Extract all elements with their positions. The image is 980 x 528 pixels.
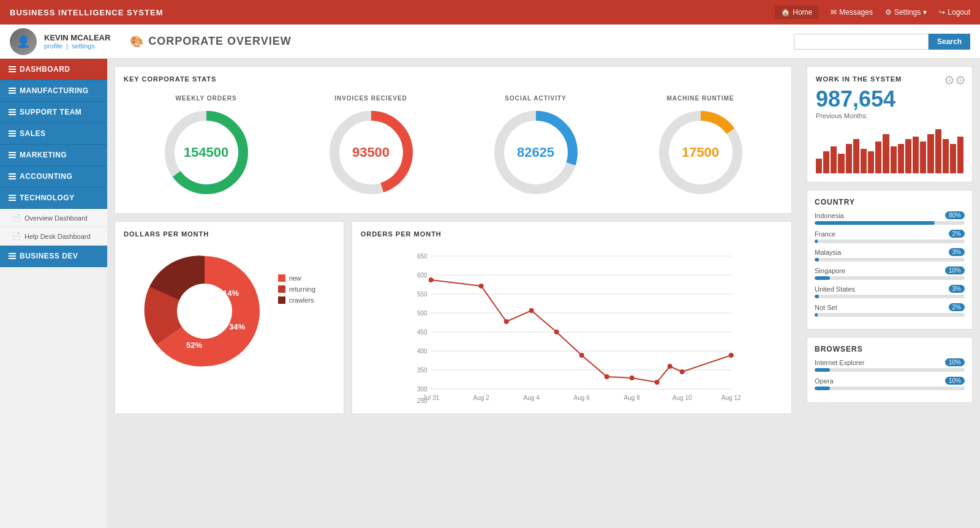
- mini-bar: [883, 134, 889, 173]
- menu-icon: [9, 130, 16, 137]
- country-name: United States: [815, 285, 855, 293]
- sidebar-item-accounting[interactable]: Accounting: [0, 166, 107, 187]
- progress-fill: [815, 387, 830, 390]
- mini-bar: [898, 144, 904, 173]
- svg-text:350: 350: [417, 367, 428, 374]
- user-links: profile | settings: [44, 42, 110, 50]
- svg-text:400: 400: [417, 348, 428, 355]
- browser-item: Internet Explorer 10%: [815, 358, 965, 372]
- profile-link[interactable]: profile: [44, 42, 62, 50]
- svg-point-47: [728, 353, 733, 358]
- nav-logout[interactable]: ↪ Logout: [939, 8, 970, 17]
- mini-bar: [831, 146, 837, 173]
- svg-text:Jul 31: Jul 31: [423, 394, 439, 401]
- pie-chart: 14% 34% 52%: [143, 250, 266, 372]
- mini-bar: [875, 141, 881, 173]
- country-name: Not Set: [815, 304, 837, 311]
- main-content: KEY CORPORATE STATS WEEKLY ORDERS 154500: [107, 59, 799, 528]
- mini-bar: [927, 134, 933, 173]
- nav-messages[interactable]: ✉ Messages: [831, 8, 873, 17]
- header-left: 👤 KEVIN MCALEAR profile | settings 🎨 COR…: [10, 28, 292, 55]
- legend-returning: returning: [278, 285, 315, 293]
- country-item: United States 3%: [815, 285, 965, 298]
- bottom-row: DOLLARS PER MONTH 14% 34% 5: [115, 221, 792, 414]
- mini-bar: [905, 139, 911, 173]
- sidebar-item-sales[interactable]: Sales: [0, 123, 107, 145]
- nav-home[interactable]: 🏠 Home: [775, 6, 818, 19]
- menu-icon: [9, 195, 16, 201]
- legend-label-new: new: [289, 274, 301, 282]
- work-system-prev-label: Previous Months:: [816, 112, 963, 119]
- svg-point-45: [667, 364, 672, 369]
- donut-social: SOCIAL ACTIVITY 82625: [490, 95, 582, 198]
- progress-fill: [815, 368, 830, 372]
- page-title: CORPORATE OVERVIEW: [148, 35, 291, 48]
- work-system-number: 987,654: [816, 86, 963, 112]
- header: 👤 KEVIN MCALEAR profile | settings 🎨 COR…: [0, 25, 980, 59]
- main-layout: Dashboard Manufacturing Support Team Sal…: [0, 59, 980, 528]
- legend-label-crawlers: crawlers: [289, 296, 314, 304]
- svg-point-40: [554, 330, 559, 334]
- mini-bar: [913, 137, 919, 173]
- pie-legend: new returning crawlers: [278, 274, 315, 304]
- sidebar-sub-overview[interactable]: 📄 Overview Dashboard: [0, 209, 107, 227]
- progress-track: [815, 221, 965, 225]
- gear-icon[interactable]: ⚙⚙: [944, 73, 966, 88]
- sidebar-item-support-team[interactable]: Support Team: [0, 102, 107, 123]
- browsers-title: BROWSERS: [815, 345, 965, 353]
- key-stats-card: KEY CORPORATE STATS WEEKLY ORDERS 154500: [115, 66, 792, 214]
- search-button[interactable]: Search: [929, 34, 970, 50]
- sidebar-item-marketing[interactable]: Marketing: [0, 145, 107, 166]
- mini-bar: [838, 154, 844, 173]
- donuts-row: WEEKLY ORDERS 154500 INVOICES RECIEVED: [124, 89, 783, 205]
- progress-track: [815, 387, 965, 390]
- settings-icon: ⚙: [885, 8, 892, 17]
- logout-icon: ↪: [939, 8, 945, 17]
- progress-fill: [815, 258, 819, 262]
- mini-bar: [846, 144, 852, 173]
- sidebar-item-manufacturing[interactable]: Manufacturing: [0, 80, 107, 102]
- mini-bar: [957, 137, 963, 173]
- svg-point-43: [629, 375, 634, 380]
- mini-bar: [950, 144, 956, 173]
- svg-point-36: [428, 277, 433, 282]
- mini-bar: [935, 129, 941, 173]
- mini-bar: [816, 159, 822, 173]
- menu-icon: [9, 88, 16, 94]
- svg-text:34%: 34%: [229, 322, 245, 331]
- dollars-title: DOLLARS PER MONTH: [124, 230, 335, 238]
- mini-bar-chart: [816, 124, 963, 173]
- progress-fill: [815, 276, 830, 280]
- browsers-card: BROWSERS Internet Explorer 10% Opera 10%: [807, 337, 973, 403]
- svg-text:Aug 2: Aug 2: [473, 394, 489, 401]
- sidebar-sub-helpdesk[interactable]: 📄 Help Desk Dashboard: [0, 227, 107, 246]
- progress-fill: [815, 295, 819, 298]
- top-navigation: BUSINESS INTELLIGENCE SYSTEM 🏠 Home ✉ Me…: [0, 0, 980, 25]
- stats-title: KEY CORPORATE STATS: [124, 75, 783, 83]
- svg-text:550: 550: [417, 291, 428, 298]
- svg-text:650: 650: [417, 253, 428, 260]
- svg-point-42: [604, 374, 609, 379]
- donut-label-invoices: INVOICES RECIEVED: [334, 95, 407, 102]
- sidebar: Dashboard Manufacturing Support Team Sal…: [0, 59, 107, 528]
- sidebar-item-dashboard[interactable]: Dashboard: [0, 59, 107, 80]
- orders-line-chart: 650 600 550 500 450 400 350 300 250 Jul …: [361, 244, 783, 405]
- sidebar-item-business-dev[interactable]: Business Dev: [0, 246, 107, 267]
- settings-link[interactable]: settings: [72, 42, 95, 50]
- donut-value-weekly: 154500: [184, 145, 228, 160]
- work-system-card: WORK IN THE SYSTEM ⚙⚙ 987,654 Previous M…: [807, 66, 973, 183]
- country-name: France: [815, 230, 835, 238]
- progress-track: [815, 258, 965, 262]
- country-item: Indonesia 80%: [815, 211, 965, 225]
- svg-text:Aug 4: Aug 4: [523, 394, 540, 401]
- work-system-title: WORK IN THE SYSTEM: [816, 75, 963, 83]
- search-input[interactable]: [794, 34, 929, 50]
- country-item: Malaysia 3%: [815, 248, 965, 262]
- dashboard-icon: 🎨: [130, 35, 143, 48]
- sidebar-item-technology[interactable]: Technology: [0, 187, 107, 209]
- nav-settings[interactable]: ⚙ Settings ▾: [885, 8, 927, 17]
- progress-track: [815, 276, 965, 280]
- donut-runtime: MACHINE RUNTIME 17500: [655, 95, 747, 198]
- country-badge: 2%: [949, 230, 965, 238]
- country-card: COUNTRY Indonesia 80% France 2%: [807, 190, 973, 330]
